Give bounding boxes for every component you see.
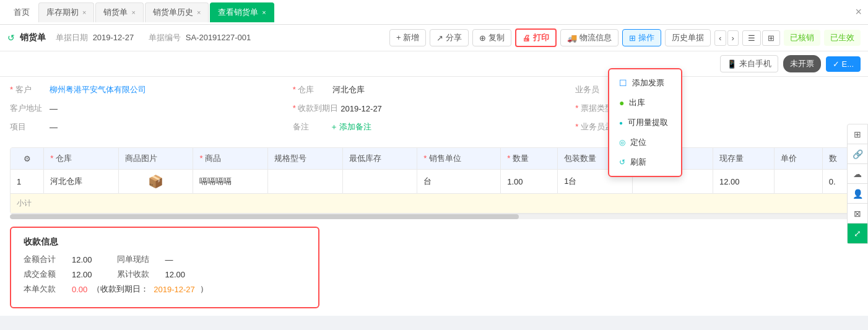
payment-date-value: 2019-12-27 [341,104,382,113]
due-item: 本单欠款 0.00 （收款到期日： 2019-12-27 ） [24,284,208,295]
tab-inventory-close[interactable]: × [82,9,86,16]
right-tool-expand[interactable]: ⤢ [848,224,867,243]
gear-icon[interactable]: ⚙ [24,154,31,163]
tab-sales-order[interactable]: 销货单 × [95,2,143,22]
header-image: 商品图片 [118,148,193,170]
table-row: 1 河北仓库 📦 嗝嗝嗝嗝 台 1.00 1台 12.00 0. [11,170,857,194]
locate-label: 定位 [630,137,646,148]
subtotal-row: 小计 [11,194,857,214]
date-meta: 单据日期 2019-12-27 [56,32,134,43]
customer-label: 客户 [10,84,47,95]
check-button[interactable]: ✓ E... [826,56,861,72]
header-unit-price: 单价 [775,148,823,170]
form-row-3: 项目 — 备注 ＋ 添加备注 业务员孟 — [10,121,858,132]
right-tool-link[interactable]: 🔗 [848,144,867,164]
history-button[interactable]: 历史单据 [665,29,711,46]
row-num: 1 [11,170,44,194]
total-item: 金额合计 12.00 [24,254,92,265]
copy-button[interactable]: ⊕ 复制 [472,29,511,46]
transaction-label: 成交金额 [24,269,67,280]
address-label: 客户地址 [10,103,47,114]
doc-type-icon: ↺ [7,33,15,43]
nav-prev[interactable]: ‹ [714,30,726,46]
tab-home-label: 首页 [14,7,30,18]
tab-view-sales-close[interactable]: × [262,9,266,16]
row-quantity: 1.00 [501,170,558,194]
cumulative-item: 累计收款 12.00 [117,269,186,280]
customer-value[interactable]: 柳州粤港平安气体有限公司 [50,84,146,95]
history-label: 历史单据 [672,32,704,43]
due-date-prefix: （收款到期日： [92,284,149,295]
header-warehouse: * 仓库 [44,148,119,170]
address-value: — [50,104,58,113]
from-phone-button[interactable]: 📱 来自手机 [720,55,778,72]
tab-bar-close-button[interactable]: × [855,6,862,19]
list-view-button[interactable]: ☰ [742,30,761,46]
summary-row-2: 成交金额 12.00 累计收款 12.00 [24,269,306,280]
number-value: SA-20191227-001 [186,33,251,42]
available-qty-icon: ● [619,119,623,126]
print-button[interactable]: 🖨 打印 [515,28,557,47]
logistics-button[interactable]: 🚚 物流信息 [560,29,618,46]
horizontal-scrollbar[interactable] [10,214,858,219]
tab-bar: 首页 库存期初 × 销货单 × 销货单历史 × 查看销货单 × × [0,0,868,25]
header-model: 规格型号 [268,148,343,170]
new-button[interactable]: + 新增 [389,29,426,46]
cumulative-value: 12.00 [165,270,186,279]
copy-icon: ⊕ [479,33,486,43]
right-tool-tag[interactable]: ⊠ [848,204,867,224]
note-field: 备注 ＋ 添加备注 [293,121,576,132]
same-order-item: 同单现结 — [117,254,173,265]
cumulative-label: 累计收款 [117,269,160,280]
header-min-stock: 最低库存 [342,148,417,170]
transaction-item: 成交金额 12.00 [24,269,92,280]
row-image: 📦 [118,170,193,194]
right-tool-cloud[interactable]: ☁ [848,164,867,184]
tab-sales-history[interactable]: 销货单历史 × [145,2,209,22]
tab-sales-order-label: 销货单 [103,7,128,18]
view-toggle: ☰ ⊞ [742,30,780,46]
dropdown-available-qty[interactable]: ● 可用量提取 [609,113,681,132]
tab-inventory[interactable]: 库存期初 × [38,2,94,22]
print-label: 打印 [533,32,549,43]
add-note-button[interactable]: ＋ 添加备注 [330,121,371,132]
locate-icon: ◎ [619,138,625,147]
doc-type-title: 销货单 [20,32,46,43]
right-tool-user[interactable]: 👤 [848,184,867,204]
not-open-button[interactable]: 未开票 [783,55,821,72]
row-unit-price [775,170,823,194]
grid-view-button[interactable]: ⊞ [762,30,780,46]
same-order-label: 同单现结 [117,254,160,265]
nav-next[interactable]: › [727,30,739,46]
project-field: 项目 — [10,121,293,132]
summary-box: 收款信息 金额合计 12.00 同单现结 — 成交金额 12.00 累计收款 1… [10,227,319,308]
row-model [268,170,343,194]
tab-view-sales[interactable]: 查看销货单 × [210,2,274,22]
tab-sales-order-close[interactable]: × [131,9,135,16]
operate-dropdown: ☐ 添加发票 ● 出库 ● 可用量提取 ◎ 定位 ↺ 刷新 [608,68,682,177]
effective-badge: 已生效 [824,30,861,46]
print-icon: 🖨 [523,33,531,43]
header-quantity: * 数量 [501,148,558,170]
right-tool-grid[interactable]: ⊞ [848,124,867,144]
tab-home[interactable]: 首页 [6,2,37,22]
add-invoice-label: 添加发票 [632,77,664,89]
date-value: 2019-12-27 [93,33,134,42]
share-button[interactable]: ↗ 分享 [430,29,469,46]
header-gear: ⚙ [11,148,44,170]
note-label: 备注 [293,121,330,132]
product-table: ⚙ * 仓库 商品图片 * 商品 规格型号 最低库存 * 销售单位 * 数量 包… [11,148,857,214]
operate-button[interactable]: ⊞ 操作 [622,29,661,46]
form-row-1: 客户 柳州粤港平安气体有限公司 仓库 河北仓库 业务员 演示账号 [10,84,858,95]
sales-staff-label: 业务员孟 [575,121,613,132]
outbound-label: 出库 [629,97,645,108]
dropdown-add-invoice[interactable]: ☐ 添加发票 [609,73,681,93]
table-scroll: ⚙ * 仓库 商品图片 * 商品 规格型号 最低库存 * 销售单位 * 数量 包… [0,147,868,214]
dropdown-outbound[interactable]: ● 出库 [609,93,681,113]
main-content: ↺ 销货单 单据日期 2019-12-27 单据编号 SA-20191227-0… [0,25,868,316]
tab-sales-history-close[interactable]: × [197,9,201,16]
dropdown-locate[interactable]: ◎ 定位 [609,132,681,152]
dropdown-refresh[interactable]: ↺ 刷新 [609,152,681,172]
summary-row-3: 本单欠款 0.00 （收款到期日： 2019-12-27 ） [24,284,306,295]
toolbar: ↺ 销货单 单据日期 2019-12-27 单据编号 SA-20191227-0… [0,25,868,51]
